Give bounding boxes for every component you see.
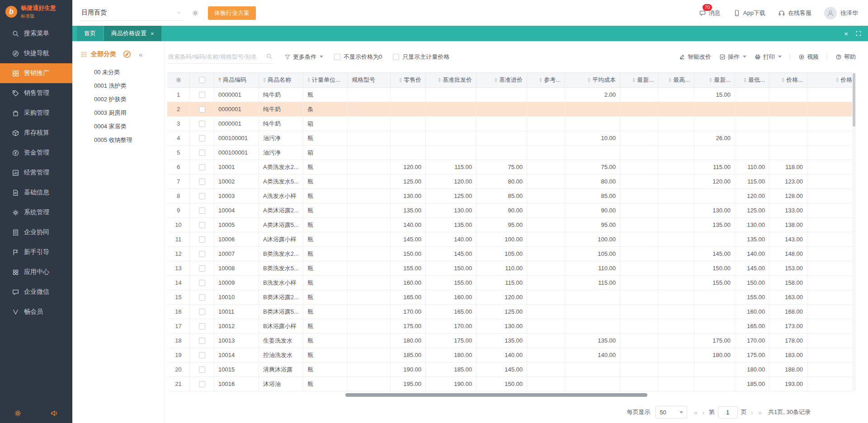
- column-header[interactable]: 基准进价: [476, 73, 527, 87]
- sort-icon[interactable]: [539, 78, 542, 82]
- sidebar-item-quick-nav[interactable]: 快捷导航: [0, 43, 72, 63]
- column-header[interactable]: 计量单位...: [303, 73, 348, 87]
- sort-icon[interactable]: [632, 78, 635, 82]
- table-row[interactable]: 710002A类洗发水5...瓶125.00120.0080.0080.0012…: [167, 174, 852, 189]
- sidebar-item-collaboration[interactable]: 企业协同: [0, 222, 72, 242]
- column-header[interactable]: 规格型号: [348, 73, 391, 87]
- category-item[interactable]: 0003 厨房用: [80, 106, 165, 120]
- tab-home[interactable]: 首页: [77, 26, 103, 41]
- sidebar-item-base-info[interactable]: 基础信息: [0, 183, 72, 202]
- settings-gear-icon[interactable]: [14, 409, 22, 418]
- sidebar-item-app-center[interactable]: 应用中心: [0, 262, 72, 282]
- table-row[interactable]: 1510010B类沐浴露2...瓶165.00160.00120.00155.0…: [167, 290, 852, 305]
- help-button[interactable]: 帮助: [835, 53, 856, 61]
- table-row[interactable]: 2010015清爽沐浴露瓶190.00185.00145.00180.00188…: [167, 362, 852, 377]
- checkbox-icon[interactable]: [334, 54, 340, 60]
- vertical-scrollbar-thumb[interactable]: [853, 73, 855, 127]
- table-row[interactable]: 5000100001油污净箱: [167, 146, 852, 160]
- sidebar-item-funds[interactable]: 资金管理: [0, 143, 72, 163]
- sidebar-item-search-menu[interactable]: 搜索菜单: [0, 24, 72, 43]
- sidebar-item-marketing[interactable]: 营销推广: [0, 63, 72, 83]
- sort-icon[interactable]: [495, 78, 497, 82]
- table-row[interactable]: 1210007B类洗发水2...瓶150.00145.00105.00105.0…: [167, 247, 852, 261]
- row-checkbox[interactable]: [199, 309, 205, 315]
- row-checkbox[interactable]: [199, 92, 205, 98]
- operation-button[interactable]: 操作: [719, 53, 746, 61]
- horizontal-scrollbar-thumb[interactable]: [345, 393, 647, 397]
- fullscreen-icon[interactable]: [855, 30, 862, 37]
- sort-icon[interactable]: [782, 78, 784, 82]
- row-checkbox[interactable]: [199, 179, 205, 185]
- sort-icon[interactable]: [588, 78, 590, 82]
- table-row[interactable]: 10000001纯牛奶瓶2.0015.00: [167, 88, 852, 102]
- table-row[interactable]: 2110016沐浴油瓶195.00190.00150.00185.00193.0…: [167, 377, 852, 391]
- table-row[interactable]: 1110006A沐浴露小样瓶145.00140.00100.00100.0013…: [167, 232, 852, 247]
- user-menu[interactable]: 徐泽华: [824, 7, 858, 19]
- close-tab-icon[interactable]: ×: [151, 30, 154, 37]
- row-checkbox[interactable]: [199, 164, 205, 170]
- trial-industry-button[interactable]: 体验行业方案: [208, 6, 256, 20]
- account-settings-gear-icon[interactable]: [192, 9, 199, 17]
- column-header[interactable]: 零售价: [391, 73, 426, 87]
- column-header[interactable]: 最低...: [735, 73, 769, 87]
- tab-price-settings[interactable]: 商品价格设置 ×: [104, 26, 161, 41]
- sort-icon[interactable]: [218, 78, 221, 82]
- row-checkbox[interactable]: [199, 236, 205, 243]
- row-checkbox[interactable]: [199, 367, 205, 373]
- sidebar-item-wechat[interactable]: 企业微信: [0, 282, 72, 302]
- sort-icon[interactable]: [669, 78, 671, 82]
- main-unit-only-checkbox[interactable]: 只显示主计量价格: [393, 53, 449, 61]
- column-settings-gear-icon[interactable]: [175, 76, 182, 84]
- search-icon[interactable]: [266, 53, 273, 60]
- row-checkbox[interactable]: [199, 106, 205, 113]
- row-checkbox[interactable]: [199, 207, 205, 214]
- category-item[interactable]: 0001 洗护类: [80, 79, 165, 93]
- collapse-panel-icon[interactable]: «: [139, 51, 142, 58]
- smart-reprice-button[interactable]: 智能改价: [679, 53, 711, 61]
- per-page-select[interactable]: 50: [656, 406, 687, 418]
- row-checkbox[interactable]: [199, 323, 205, 329]
- category-item[interactable]: 00 未分类: [80, 66, 165, 79]
- row-checkbox[interactable]: [199, 135, 205, 141]
- close-icon[interactable]: ×: [844, 30, 848, 38]
- table-row[interactable]: 1710012B沐浴露小样瓶175.00170.00130.00165.0017…: [167, 319, 852, 334]
- messages-button[interactable]: 70 消息: [699, 9, 721, 17]
- table-row[interactable]: 910004A类沐浴露2...瓶135.00130.0090.0090.0013…: [167, 203, 852, 218]
- select-all-checkbox[interactable]: [199, 77, 205, 83]
- category-edit-icon[interactable]: [123, 50, 132, 59]
- sort-icon[interactable]: [263, 78, 266, 82]
- column-header[interactable]: 商品编码: [214, 73, 259, 87]
- row-checkbox[interactable]: [199, 338, 205, 344]
- table-row[interactable]: 1610011B类沐浴露5...瓶170.00165.00125.00160.0…: [167, 305, 852, 319]
- table-row[interactable]: 30000001纯牛奶箱: [167, 117, 852, 131]
- column-header[interactable]: 基准批发价: [426, 73, 476, 87]
- row-checkbox[interactable]: [199, 265, 205, 272]
- store-select[interactable]: 日用百货: [80, 5, 184, 21]
- column-header[interactable]: 平均成本: [565, 73, 620, 87]
- sort-icon[interactable]: [307, 78, 310, 82]
- sidebar-item-purchasing[interactable]: 采购管理: [0, 103, 72, 123]
- column-header[interactable]: 参考...: [527, 73, 565, 87]
- prev-page-button[interactable]: ‹: [702, 409, 706, 416]
- table-row[interactable]: 1810013生姜洗发水瓶180.00175.00135.00135.00175…: [167, 334, 852, 348]
- sidebar-item-guide[interactable]: 新手引导: [0, 242, 72, 262]
- row-checkbox[interactable]: [199, 150, 205, 156]
- more-filters-button[interactable]: 更多条件: [284, 53, 323, 61]
- table-row[interactable]: 1910014控油洗发水瓶185.00180.00140.00140.00180…: [167, 348, 852, 362]
- sidebar-item-member[interactable]: 畅会员: [0, 302, 72, 322]
- table-row[interactable]: 610001A类洗发水2...瓶120.00115.0075.0075.0011…: [167, 160, 852, 174]
- sort-icon[interactable]: [438, 78, 441, 82]
- column-header[interactable]: 价格...: [807, 73, 852, 87]
- category-item[interactable]: 0002 护肤类: [80, 93, 165, 106]
- sort-icon[interactable]: [744, 78, 746, 82]
- row-checkbox[interactable]: [199, 352, 205, 358]
- app-download-button[interactable]: App下载: [733, 9, 765, 17]
- row-checkbox[interactable]: [199, 222, 205, 228]
- table-row[interactable]: 1010005A类沐浴露5...瓶140.00135.0095.0095.001…: [167, 218, 852, 232]
- sidebar-item-inventory[interactable]: 库存核算: [0, 123, 72, 143]
- column-header[interactable]: 价格...: [769, 73, 807, 87]
- column-header[interactable]: 最新...: [694, 73, 735, 87]
- sidebar-item-operations[interactable]: 经营管理: [0, 163, 72, 183]
- vertical-scrollbar[interactable]: [852, 72, 856, 391]
- table-row[interactable]: 4000100001油污净瓶10.0026.00: [167, 131, 852, 146]
